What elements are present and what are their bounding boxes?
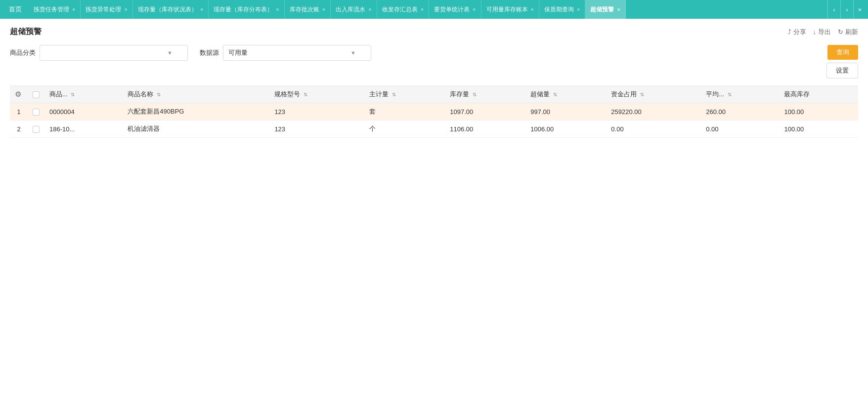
col-avg[interactable]: 平均... ⇅ xyxy=(701,86,779,103)
col-max-stock-label: 最高库存 xyxy=(784,90,810,98)
refresh-button[interactable]: ↻ 刷新 xyxy=(838,28,858,37)
tab-close-icon[interactable]: × xyxy=(200,6,203,12)
tab-close-icon[interactable]: × xyxy=(124,6,127,12)
topbar-tab-5[interactable]: 出入库流水× xyxy=(331,0,377,19)
col-product-code-label: 商品... xyxy=(49,90,68,98)
topbar-tab-8[interactable]: 可用量库存账本× xyxy=(481,0,539,19)
tab-label: 拣货任务管理 xyxy=(34,5,69,14)
export-button[interactable]: ↓ 导出 xyxy=(813,28,831,37)
cell-product-name: 六配套新昌490BPG xyxy=(123,103,269,120)
tab-label: 现存量（库存分布表） xyxy=(214,5,273,14)
row-checkbox[interactable] xyxy=(33,109,40,116)
gear-icon[interactable]: ⚙ xyxy=(15,90,21,98)
tab-close-icon[interactable]: × xyxy=(368,6,371,12)
col-spec[interactable]: 规格型号 ⇅ xyxy=(269,86,364,103)
tab-close-icon[interactable]: × xyxy=(322,6,325,12)
cell-overstock: 1006.00 xyxy=(525,120,606,138)
cell-avg: 260.00 xyxy=(701,103,779,120)
nav-prev-button[interactable]: ‹ xyxy=(827,0,840,19)
cell-max-stock: 100.00 xyxy=(779,103,858,120)
cell-capital: 259220.00 xyxy=(606,103,701,120)
row-checkbox[interactable] xyxy=(33,126,40,133)
export-label: 导出 xyxy=(818,28,831,37)
settings-button[interactable]: 设置 xyxy=(826,63,858,79)
tab-label: 可用量库存账本 xyxy=(486,5,528,14)
category-label: 商品分类 xyxy=(10,48,36,57)
cell-checkbox[interactable] xyxy=(28,120,44,138)
refresh-icon: ↻ xyxy=(838,28,843,36)
tab-close-icon[interactable]: × xyxy=(421,6,424,12)
col-product-name-label: 商品名称 xyxy=(128,90,153,98)
col-max-stock[interactable]: 最高库存 xyxy=(779,86,858,103)
sort-unit-icon[interactable]: ⇅ xyxy=(392,92,396,97)
table-body: 1 0000004 六配套新昌490BPG 123 套 1097.00 997.… xyxy=(10,103,858,138)
tab-close-icon[interactable]: × xyxy=(531,6,534,12)
home-label: 首页 xyxy=(9,5,22,14)
topbar-tab-3[interactable]: 现存量（库存分布表）× xyxy=(209,0,284,19)
topbar-tab-7[interactable]: 要货单统计表× xyxy=(429,0,481,19)
col-settings[interactable]: ⚙ xyxy=(10,86,28,103)
sort-product-code-icon[interactable]: ⇅ xyxy=(71,92,75,97)
share-button[interactable]: ⤴ 分享 xyxy=(788,28,806,37)
tab-close-icon[interactable]: × xyxy=(72,6,75,12)
tab-close-icon[interactable]: × xyxy=(276,6,279,12)
sort-overstock-icon[interactable]: ⇅ xyxy=(553,92,557,97)
tab-label: 要货单统计表 xyxy=(434,5,470,14)
tab-close-icon[interactable]: × xyxy=(473,6,476,12)
nav-close-button[interactable]: × xyxy=(853,0,866,19)
cell-product-name: 机油滤清器 xyxy=(123,120,269,138)
category-select[interactable]: ▼ xyxy=(40,45,188,61)
topbar-tab-9[interactable]: 保质期查询× xyxy=(539,0,585,19)
table-row[interactable]: 1 0000004 六配套新昌490BPG 123 套 1097.00 997.… xyxy=(10,103,858,120)
cell-max-stock: 100.00 xyxy=(779,120,858,138)
tab-label: 出入库流水 xyxy=(336,5,365,14)
topbar-tab-4[interactable]: 库存批次账× xyxy=(285,0,331,19)
share-icon: ⤴ xyxy=(788,28,791,36)
cell-overstock: 997.00 xyxy=(525,103,606,120)
topbar-tab-2[interactable]: 现存量（库存状况表）× xyxy=(133,0,209,19)
sort-capital-icon[interactable]: ⇅ xyxy=(640,92,644,97)
data-table: ⚙ 商品... ⇅ 商品名称 ⇅ 规格型号 ⇅ 主计量 xyxy=(10,85,858,138)
filter-section: 商品分类 ▼ 数据源 可用量 ▼ xyxy=(10,45,371,61)
col-overstock[interactable]: 超储量 ⇅ xyxy=(525,86,606,103)
sort-avg-icon[interactable]: ⇅ xyxy=(728,92,732,97)
tab-close-icon[interactable]: × xyxy=(617,6,620,12)
home-tab[interactable]: 首页 xyxy=(2,0,29,19)
sort-spec-icon[interactable]: ⇅ xyxy=(304,92,307,97)
col-product-name[interactable]: 商品名称 ⇅ xyxy=(123,86,269,103)
topbar-tab-6[interactable]: 收发存汇总表× xyxy=(377,0,429,19)
col-capital[interactable]: 资金占用 ⇅ xyxy=(606,86,701,103)
refresh-label: 刷新 xyxy=(845,28,858,37)
datasource-select[interactable]: 可用量 ▼ xyxy=(223,45,371,61)
topbar-tab-0[interactable]: 拣货任务管理× xyxy=(29,0,81,19)
cell-spec: 123 xyxy=(269,103,364,120)
col-product-code[interactable]: 商品... ⇅ xyxy=(44,86,123,103)
button-section: 查询 设置 xyxy=(826,45,858,79)
category-arrow-icon: ▼ xyxy=(167,50,173,56)
category-filter: 商品分类 ▼ xyxy=(10,45,188,61)
cell-avg: 0.00 xyxy=(701,120,779,138)
cell-row-num: 1 xyxy=(10,103,28,120)
tabs-container: 拣货任务管理×拣货异常处理×现存量（库存状况表）×现存量（库存分布表）×库存批次… xyxy=(29,0,827,19)
topbar-tab-10[interactable]: 超储预警× xyxy=(585,0,625,19)
sort-product-name-icon[interactable]: ⇅ xyxy=(157,92,161,97)
col-checkbox-header[interactable] xyxy=(28,86,44,103)
col-stock[interactable]: 库存量 ⇅ xyxy=(445,86,525,103)
tab-label: 现存量（库存状况表） xyxy=(138,5,197,14)
sort-stock-icon[interactable]: ⇅ xyxy=(473,92,477,97)
tab-close-icon[interactable]: × xyxy=(577,6,580,12)
query-button[interactable]: 查询 xyxy=(827,45,858,60)
nav-next-button[interactable]: › xyxy=(840,0,853,19)
cell-product-code: 186-10... xyxy=(44,120,123,138)
col-unit[interactable]: 主计量 ⇅ xyxy=(364,86,445,103)
topbar-tab-1[interactable]: 拣货异常处理× xyxy=(81,0,132,19)
page-header: 超储预警 ⤴ 分享 ↓ 导出 ↻ 刷新 xyxy=(10,27,858,37)
table-row[interactable]: 2 186-10... 机油滤清器 123 个 1106.00 1006.00 … xyxy=(10,120,858,138)
select-all-checkbox[interactable] xyxy=(33,91,40,98)
tab-label: 超储预警 xyxy=(590,5,614,14)
cell-capital: 0.00 xyxy=(606,120,701,138)
col-overstock-label: 超储量 xyxy=(530,90,550,98)
cell-checkbox[interactable] xyxy=(28,103,44,120)
tab-label: 收发存汇总表 xyxy=(382,5,418,14)
datasource-label: 数据源 xyxy=(200,48,219,57)
